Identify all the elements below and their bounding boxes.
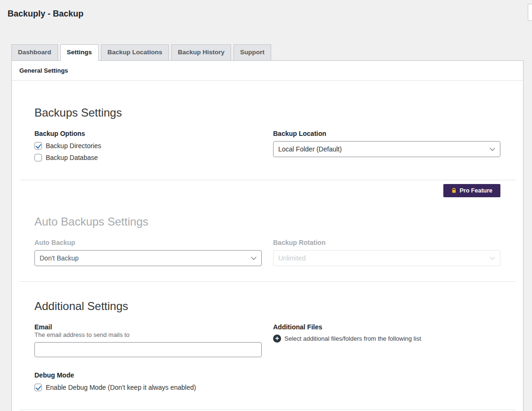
backup-directories-label: Backup Directories bbox=[46, 141, 101, 151]
additional-files-picker[interactable]: + Select additional files/folders from t… bbox=[273, 335, 500, 343]
backups-settings-section: Backups Settings Backup Options Backup D… bbox=[34, 106, 500, 165]
backup-location-field: Backup Location Local Folder (Default) bbox=[273, 130, 500, 157]
additional-files-column: Additional Files + Select additional fil… bbox=[273, 323, 500, 343]
add-icon[interactable]: + bbox=[273, 335, 281, 343]
lock-icon bbox=[451, 188, 457, 193]
cutoff-top-right-button[interactable] bbox=[528, 4, 532, 21]
panel-header: General Settings bbox=[12, 61, 523, 81]
auto-backups-section: Auto Backups Settings Auto Backup Don't … bbox=[34, 215, 500, 266]
pro-feature-row: Pro Feature bbox=[34, 184, 500, 197]
backup-directories-checkbox[interactable] bbox=[34, 142, 42, 150]
auto-backup-label: Auto Backup bbox=[34, 239, 262, 246]
backup-database-checkbox[interactable] bbox=[34, 154, 42, 161]
page-title: Backuply - Backup bbox=[0, 0, 532, 20]
admin-content: Dashboard Settings Backup Locations Back… bbox=[0, 44, 532, 411]
backup-location-select[interactable]: Local Folder (Default) bbox=[273, 141, 500, 157]
tab-settings[interactable]: Settings bbox=[60, 44, 99, 61]
email-label: Email bbox=[34, 323, 262, 331]
tab-dashboard[interactable]: Dashboard bbox=[11, 44, 58, 60]
backup-database-label: Backup Database bbox=[46, 153, 98, 162]
backup-rotation-field: Backup Rotation Unlimited bbox=[273, 239, 500, 266]
email-field[interactable] bbox=[34, 342, 262, 357]
section-divider bbox=[19, 410, 515, 410]
additional-files-description: Select additional files/folders from the… bbox=[284, 335, 421, 342]
tab-support[interactable]: Support bbox=[233, 44, 271, 60]
debug-mode-field: Debug Mode Enable Debug Mode (Don't keep… bbox=[34, 371, 262, 392]
section-divider bbox=[19, 281, 515, 282]
pro-feature-button[interactable]: Pro Feature bbox=[443, 184, 500, 197]
tab-bar: Dashboard Settings Backup Locations Back… bbox=[11, 44, 524, 60]
backup-options-field: Backup Options Backup Directories Backup… bbox=[34, 130, 262, 165]
additional-settings-section: Additional Settings Email The email addr… bbox=[34, 300, 500, 394]
additional-settings-title: Additional Settings bbox=[34, 300, 500, 313]
pro-feature-label: Pro Feature bbox=[460, 187, 492, 194]
email-column: Email The email address to send mails to… bbox=[34, 323, 262, 394]
backup-location-label: Backup Location bbox=[273, 130, 500, 137]
settings-panel: General Settings Backups Settings Backup… bbox=[11, 60, 524, 411]
tab-backup-locations[interactable]: Backup Locations bbox=[101, 44, 169, 60]
debug-mode-checkbox[interactable] bbox=[34, 384, 42, 391]
backup-database-option[interactable]: Backup Database bbox=[34, 153, 262, 162]
debug-mode-option[interactable]: Enable Debug Mode (Don't keep it always … bbox=[34, 383, 262, 392]
email-description: The email address to send mails to bbox=[34, 331, 262, 338]
backup-directories-option[interactable]: Backup Directories bbox=[34, 141, 262, 151]
backups-settings-title: Backups Settings bbox=[34, 106, 500, 119]
debug-mode-checkbox-label: Enable Debug Mode (Don't keep it always … bbox=[46, 383, 196, 392]
section-divider bbox=[19, 180, 515, 180]
backup-rotation-label: Backup Rotation bbox=[273, 239, 500, 246]
debug-mode-label: Debug Mode bbox=[34, 371, 262, 379]
backup-options-label: Backup Options bbox=[34, 130, 262, 137]
additional-files-label: Additional Files bbox=[273, 323, 500, 331]
auto-backups-title: Auto Backups Settings bbox=[34, 215, 500, 228]
panel-content: Backups Settings Backup Options Backup D… bbox=[12, 81, 523, 411]
tab-backup-history[interactable]: Backup History bbox=[171, 44, 231, 60]
backup-rotation-select[interactable]: Unlimited bbox=[273, 250, 500, 266]
auto-backup-field: Auto Backup Don't Backup bbox=[34, 239, 262, 266]
auto-backup-select[interactable]: Don't Backup bbox=[34, 250, 262, 266]
